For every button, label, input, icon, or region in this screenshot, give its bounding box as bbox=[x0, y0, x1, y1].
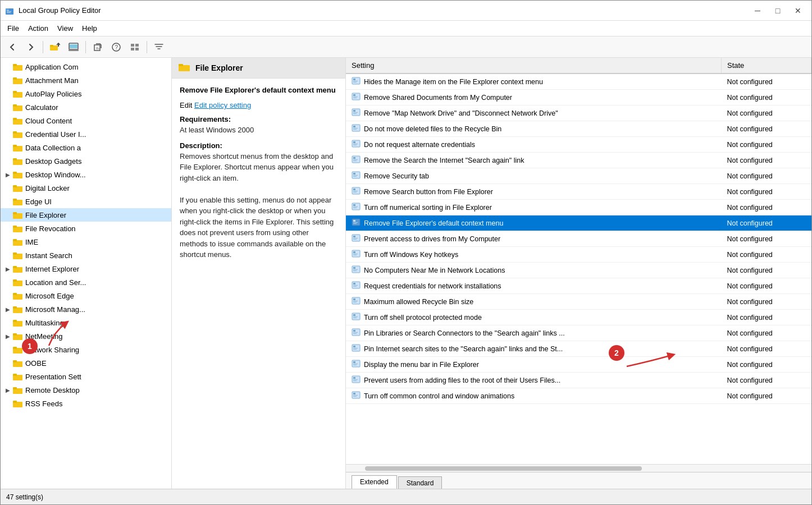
table-row[interactable]: Remove the Search the Internet "Search a… bbox=[346, 153, 811, 168]
table-row[interactable]: Turn off shell protocol protected mode N… bbox=[346, 310, 811, 325]
table-row[interactable]: Turn off numerical sorting in File Explo… bbox=[346, 200, 811, 215]
tree-item[interactable]: Presentation Sett bbox=[1, 370, 171, 383]
help-button[interactable]: ? bbox=[108, 40, 125, 54]
table-row[interactable]: Display the menu bar in File Explorer No… bbox=[346, 357, 811, 373]
table-row[interactable]: Remove File Explorer's default context m… bbox=[346, 215, 811, 231]
tree-expand-icon bbox=[4, 373, 12, 380]
svg-rect-160 bbox=[353, 314, 355, 316]
tree-item[interactable]: Multitasking bbox=[1, 316, 171, 329]
table-row[interactable]: Maximum allowed Recycle Bin size Not con… bbox=[346, 294, 811, 310]
tree-item[interactable]: RSS Feeds bbox=[1, 397, 171, 410]
table-row[interactable]: Pin Internet search sites to the "Search… bbox=[346, 341, 811, 357]
maximize-button[interactable]: □ bbox=[769, 4, 787, 17]
svg-rect-41 bbox=[13, 158, 17, 160]
menu-action[interactable]: Action bbox=[24, 23, 53, 34]
edit-policy-link[interactable]: Edit policy setting bbox=[194, 101, 251, 109]
table-row[interactable]: Request credentials for network installa… bbox=[346, 278, 811, 294]
col-state[interactable]: State bbox=[722, 58, 811, 74]
back-button[interactable] bbox=[4, 40, 21, 54]
tree-item[interactable]: ▶ Microsoft Manag... bbox=[1, 302, 171, 316]
tree-item-label: Credential User I... bbox=[25, 130, 86, 139]
settings-table[interactable]: Setting State Hides the Manage item on t… bbox=[346, 58, 811, 464]
state-cell: Not configured bbox=[722, 341, 811, 357]
table-row[interactable]: Turn off Windows Key hotkeys Not configu… bbox=[346, 247, 811, 263]
svg-rect-47 bbox=[13, 185, 17, 187]
folder-up-button[interactable] bbox=[47, 40, 63, 54]
state-cell: Not configured bbox=[722, 90, 811, 105]
tree-item[interactable]: Instant Search bbox=[1, 249, 171, 262]
tree-expand-icon[interactable]: ▶ bbox=[4, 305, 12, 313]
table-row[interactable]: Prevent access to drives from My Compute… bbox=[346, 231, 811, 247]
svg-rect-80 bbox=[13, 333, 17, 336]
svg-rect-10 bbox=[70, 44, 77, 48]
table-row[interactable]: No Computers Near Me in Network Location… bbox=[346, 263, 811, 278]
tree-item[interactable]: Digital Locker bbox=[1, 181, 171, 195]
tree-item[interactable]: Cloud Content bbox=[1, 114, 171, 127]
tree-item[interactable]: AutoPlay Policies bbox=[1, 87, 171, 100]
export-button[interactable] bbox=[89, 40, 106, 54]
tree-expand-icon bbox=[4, 130, 12, 138]
tree-expand-icon bbox=[4, 359, 12, 367]
setting-row-icon bbox=[352, 281, 361, 291]
description-text: Removes shortcut menus from the desktop … bbox=[180, 151, 337, 260]
table-row[interactable]: Prevent users from adding files to the r… bbox=[346, 373, 811, 388]
svg-rect-23 bbox=[13, 77, 17, 80]
table-row[interactable]: Remove Security tab Not configured bbox=[346, 168, 811, 184]
tree-item[interactable]: Location and Ser... bbox=[1, 276, 171, 289]
svg-rect-124 bbox=[353, 173, 355, 175]
table-row[interactable]: Do not request alternate credentials Not… bbox=[346, 137, 811, 153]
table-row[interactable]: Hides the Manage item on the File Explor… bbox=[346, 74, 811, 90]
tab-standard[interactable]: Standard bbox=[398, 476, 443, 489]
close-button[interactable]: ✕ bbox=[789, 4, 807, 17]
filter-button[interactable] bbox=[150, 40, 167, 54]
setting-row-icon bbox=[352, 76, 361, 87]
h-scrollbar[interactable] bbox=[346, 464, 811, 472]
menu-file[interactable]: File bbox=[3, 23, 24, 34]
tree-item[interactable]: ▶ Remote Desktop bbox=[1, 383, 171, 397]
state-cell: Not configured bbox=[722, 373, 811, 388]
tree-item[interactable]: Edge UI bbox=[1, 195, 171, 208]
table-row[interactable]: Pin Libraries or Search Connectors to th… bbox=[346, 325, 811, 341]
svg-rect-158 bbox=[353, 302, 357, 302]
tree-item[interactable]: ▶ Desktop Window... bbox=[1, 168, 171, 181]
tree-item[interactable]: Application Com bbox=[1, 60, 171, 74]
setting-cell: Request credentials for network installa… bbox=[346, 278, 722, 294]
tree-item[interactable]: Microsoft Edge bbox=[1, 289, 171, 302]
tree-item[interactable]: Desktop Gadgets bbox=[1, 154, 171, 168]
svg-rect-149 bbox=[353, 269, 358, 270]
setting-label: Request credentials for network installa… bbox=[364, 282, 501, 290]
svg-rect-126 bbox=[353, 176, 357, 177]
forward-button[interactable] bbox=[22, 40, 39, 54]
setting-row-icon bbox=[352, 108, 361, 118]
tree-item[interactable]: ▶ Internet Explorer bbox=[1, 262, 171, 276]
setting-row-icon bbox=[352, 155, 361, 166]
tree-item[interactable]: IME bbox=[1, 235, 171, 249]
tree-item[interactable]: File Explorer bbox=[1, 208, 171, 222]
svg-rect-118 bbox=[353, 145, 357, 145]
show-desktop-button[interactable] bbox=[65, 40, 82, 54]
tree-expand-icon[interactable]: ▶ bbox=[4, 171, 12, 178]
tree-item[interactable]: File Revocation bbox=[1, 222, 171, 235]
col-setting[interactable]: Setting bbox=[346, 58, 722, 74]
tree-item[interactable]: Calculator bbox=[1, 100, 171, 114]
tree-expand-icon[interactable]: ▶ bbox=[4, 386, 12, 394]
view-button[interactable] bbox=[126, 40, 143, 54]
tab-extended[interactable]: Extended bbox=[352, 475, 397, 489]
table-row[interactable]: Remove Shared Documents from My Computer… bbox=[346, 90, 811, 105]
table-row[interactable]: Remove "Map Network Drive" and "Disconne… bbox=[346, 105, 811, 121]
tree-item[interactable]: OOBE bbox=[1, 356, 171, 370]
tree-item[interactable]: Credential User I... bbox=[1, 127, 171, 141]
menu-view[interactable]: View bbox=[53, 23, 77, 34]
tree-item[interactable]: Data Collection a bbox=[1, 141, 171, 154]
tree-expand-icon[interactable]: ▶ bbox=[4, 265, 12, 273]
h-scrollbar-thumb[interactable] bbox=[365, 466, 642, 471]
menu-help[interactable]: Help bbox=[77, 23, 102, 34]
table-row[interactable]: Remove Search button from File Explorer … bbox=[346, 184, 811, 200]
table-row[interactable]: Turn off common control and window anima… bbox=[346, 388, 811, 404]
tree-expand-icon[interactable]: ▶ bbox=[4, 332, 12, 340]
folder-icon bbox=[13, 224, 23, 232]
tree-item[interactable]: Attachment Man bbox=[1, 74, 171, 87]
minimize-button[interactable]: ─ bbox=[749, 4, 767, 17]
svg-rect-38 bbox=[13, 145, 17, 147]
table-row[interactable]: Do not move deleted files to the Recycle… bbox=[346, 121, 811, 137]
